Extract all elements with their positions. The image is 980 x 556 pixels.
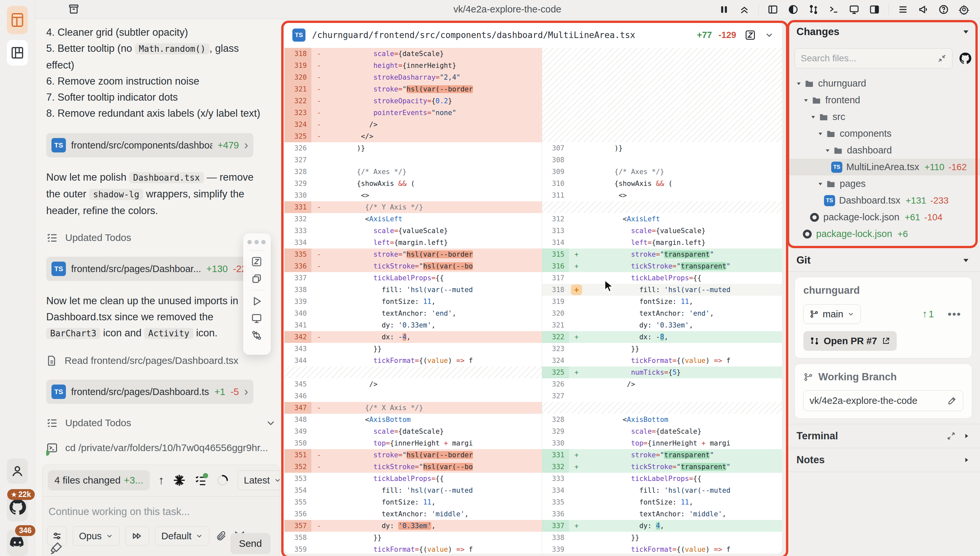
collapse-all-button[interactable] [738, 3, 751, 16]
diff-code-cell[interactable]: 348 <AxisBottom [284, 414, 542, 425]
tree-file-Dashboard.tsx[interactable]: TSDashboard.tsx+131-233 [786, 192, 980, 209]
sidebar-item-board[interactable] [7, 40, 28, 66]
fast-forward-button[interactable] [126, 526, 149, 546]
terminal-section-header[interactable]: Terminal [786, 424, 980, 448]
mode-dropdown[interactable]: Default [155, 526, 210, 546]
diff-editor-icon[interactable] [251, 256, 263, 268]
model-dropdown[interactable]: Opus [73, 526, 119, 546]
composer-input[interactable]: Continue working on this task... [43, 497, 279, 518]
diff-code-cell[interactable]: 326 )} [284, 142, 542, 154]
updated-todos-row[interactable]: Updated Todos [46, 417, 276, 429]
diff-code-cell[interactable]: 318- scale={dateScale} [284, 48, 542, 60]
diff-code-cell[interactable]: 354 fill: 'hsl(var(--muted [284, 485, 542, 496]
expand-icon[interactable] [946, 432, 956, 441]
chevron-right-icon[interactable]: › [244, 386, 248, 398]
open-pr-button[interactable]: Open PR #7 [803, 331, 897, 351]
play-icon[interactable] [251, 296, 263, 307]
add-comment-button[interactable]: + [571, 284, 582, 295]
diff-code-cell[interactable]: 319- height={innerHeight} [284, 60, 542, 71]
git-compare-button[interactable] [807, 3, 820, 16]
diff-code-cell[interactable]: 358 }} [284, 532, 542, 543]
diff-code-cell[interactable]: 330 <> [284, 189, 542, 201]
panel-left-button[interactable] [766, 3, 780, 16]
diff-code-cell[interactable]: 344 tickFormat={(value) => f [284, 355, 542, 367]
tree-folder-src[interactable]: src [786, 108, 980, 125]
diff-code-cell[interactable]: 336 textAnchor: 'middle', [542, 508, 782, 520]
diff-code-cell[interactable]: 308 [542, 154, 782, 166]
tree-file-package-lock.json[interactable]: package-lock.json+61-104 [786, 209, 980, 226]
branch-dropdown[interactable]: main [803, 304, 861, 324]
diff-code-cell[interactable]: 314 left={margin.left} [542, 237, 782, 249]
file-change-chip[interactable]: TS frontend/src/pages/Dashboar... +130 -… [46, 257, 253, 281]
version-dropdown[interactable]: Latest [237, 470, 283, 490]
edit-pencil-icon[interactable] [947, 396, 957, 406]
diff-code-cell[interactable]: 332+ tickStroke="transparent" [542, 461, 782, 473]
diff-code-cell[interactable]: 335 fontSize: 11, [542, 496, 782, 508]
diff-code-cell[interactable]: 317 tickLabelProps={{ [542, 272, 782, 284]
drag-handle-icon[interactable]: ●●● [247, 238, 267, 245]
tree-folder-dashboard[interactable]: dashboard [786, 142, 980, 159]
updated-todos-row[interactable]: Updated Todos [46, 232, 276, 244]
diff-code-cell[interactable]: 342- dx: -4, [284, 331, 542, 343]
diff-code-cell[interactable]: 324- /> [284, 119, 542, 131]
diff-code-cell[interactable]: 334 fill: 'hsl(var(--muted [542, 485, 782, 496]
terminal-button[interactable] [827, 3, 840, 16]
attach-icon[interactable] [215, 530, 227, 542]
todos-status-icon[interactable] [194, 474, 207, 487]
diff-code-cell[interactable]: 320 textAnchor: 'end', [542, 307, 782, 319]
diff-code-cell[interactable]: 339 tickFormat={(value) => f [542, 543, 782, 554]
diff-code-cell[interactable]: 331- {/* Y Axis */} [284, 201, 542, 213]
diff-code-cell[interactable]: 334 left={margin.left} [284, 237, 542, 249]
chevron-down-icon[interactable] [266, 418, 276, 428]
diff-code-cell[interactable]: 326 /> [542, 378, 782, 390]
diff-code-cell[interactable]: 327 [542, 390, 782, 402]
collapse-tree-icon[interactable] [937, 53, 947, 63]
diff-code-cell[interactable]: 359 tickFormat={(value) => f [284, 543, 542, 554]
sparkle-icon[interactable] [173, 474, 186, 487]
chevron-right-icon[interactable]: › [244, 139, 248, 151]
diff-code-cell[interactable]: 340 textAnchor: 'end', [284, 307, 542, 319]
diff-code-cell[interactable]: 353 tickLabelProps={{ [284, 473, 542, 485]
diff-code-cell[interactable]: 333 scale={valueScale} [284, 225, 542, 237]
copy-icon[interactable] [251, 273, 263, 285]
archive-button[interactable] [68, 3, 80, 15]
github-cat-icon[interactable] [958, 52, 972, 65]
diff-code-cell[interactable]: 325- </> [284, 131, 542, 142]
theme-contrast-button[interactable] [786, 3, 800, 16]
announcements-button[interactable] [917, 3, 930, 16]
git-section-header[interactable]: Git [786, 247, 980, 272]
diff-code-cell[interactable]: 329 scale={dateScale} [542, 425, 782, 437]
ahead-count[interactable]: ↑1 [922, 308, 934, 320]
diff-code-cell[interactable]: 337+ dy: 4, [542, 520, 782, 532]
pause-button[interactable] [717, 3, 731, 16]
tree-folder-components[interactable]: components [786, 125, 980, 142]
diff-code-cell[interactable]: 312 <AxisLeft [542, 213, 782, 225]
diff-code-cell[interactable]: 352- tickStroke="hsl(var(--bo [284, 461, 542, 473]
tree-folder-pages[interactable]: pages [786, 175, 980, 192]
diff-code-cell[interactable]: 307 )} [542, 142, 782, 154]
collapse-file-chevron[interactable] [764, 30, 774, 40]
terminal-command-row[interactable]: cd /private/var/folders/10/h7w0q46556ggr… [46, 442, 276, 454]
diff-code-cell[interactable]: 310 {showAxis && ( [542, 178, 782, 189]
files-changed-chip[interactable]: 4 files changed +3... [48, 470, 150, 490]
diff-code-cell[interactable]: 356 textAnchor: 'middle', [284, 508, 542, 520]
diff-code-cell[interactable]: 333 tickLabelProps={{ [542, 473, 782, 485]
diff-code-cell[interactable]: 332 <AxisLeft [284, 213, 542, 225]
send-button[interactable]: Send [231, 533, 270, 554]
diff-code-cell[interactable]: 319 fontSize: 11, [542, 296, 782, 307]
help-button[interactable] [937, 3, 950, 16]
tree-file-package-lock.json[interactable]: package-lock.json+6 [786, 226, 980, 242]
diff-code-cell[interactable]: 328 <AxisBottom [542, 414, 782, 425]
diff-code-cell[interactable]: 349 scale={dateScale} [284, 425, 542, 437]
git-compare-icon[interactable] [251, 330, 263, 342]
diff-code-cell[interactable]: 338 }} [542, 532, 782, 543]
diff-code-cell[interactable]: 327 [284, 154, 542, 166]
scroll-up-button[interactable]: ↑ [158, 474, 164, 487]
tree-folder-frontend[interactable]: frontend [786, 92, 980, 108]
changes-section-header[interactable]: Changes [786, 19, 980, 43]
diff-code-cell[interactable]: 325+ numTicks={5} [542, 367, 782, 378]
notes-section-header[interactable]: Notes [786, 448, 980, 472]
diff-code-cell[interactable]: 313 scale={valueScale} [542, 225, 782, 237]
more-options-icon[interactable]: ••• [948, 308, 961, 321]
diff-code-cell[interactable]: 341 dy: '0.33em', [284, 319, 542, 331]
